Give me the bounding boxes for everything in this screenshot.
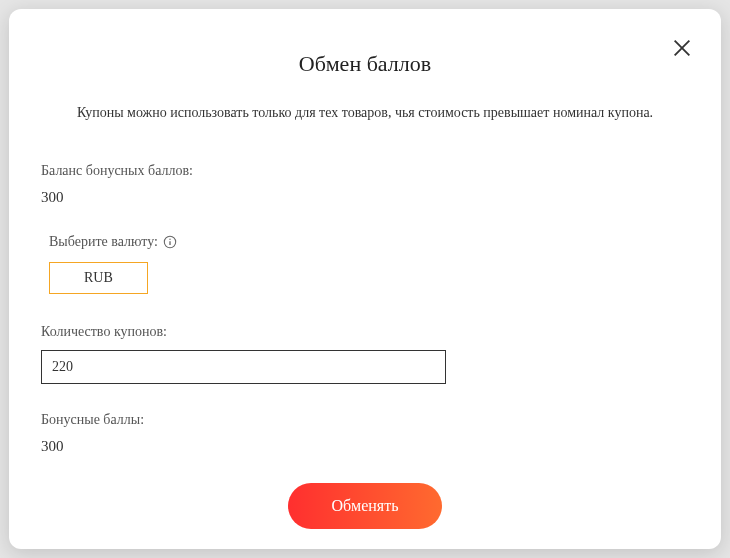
- currency-section: Выберите валюту: RUB: [41, 234, 689, 294]
- currency-button[interactable]: RUB: [49, 262, 148, 294]
- svg-point-4: [169, 239, 170, 240]
- modal-title: Обмен баллов: [41, 51, 689, 77]
- modal-subtitle: Купоны можно использовать только для тех…: [41, 105, 689, 121]
- currency-label: Выберите валюту:: [49, 234, 689, 250]
- balance-section: Баланс бонусных баллов: 300: [41, 163, 689, 206]
- points-section: Бонусные баллы: 300: [41, 412, 689, 455]
- coupons-input[interactable]: [41, 350, 446, 384]
- balance-value: 300: [41, 189, 689, 206]
- points-label: Бонусные баллы:: [41, 412, 689, 428]
- coupons-label: Количество купонов:: [41, 324, 689, 340]
- info-icon[interactable]: [163, 235, 177, 249]
- close-icon[interactable]: [671, 37, 693, 59]
- points-value: 300: [41, 438, 689, 455]
- exchange-modal: Обмен баллов Купоны можно использовать т…: [9, 9, 721, 549]
- coupons-section: Количество купонов:: [41, 324, 689, 384]
- balance-label: Баланс бонусных баллов:: [41, 163, 689, 179]
- currency-label-text: Выберите валюту:: [49, 234, 158, 250]
- exchange-button[interactable]: Обменять: [288, 483, 443, 529]
